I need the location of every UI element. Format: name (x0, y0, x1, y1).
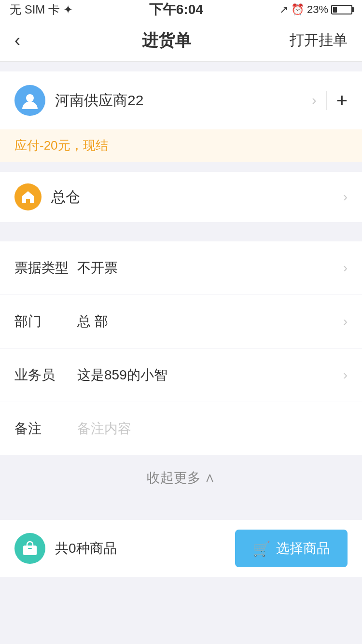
warehouse-card: 总仓 › (0, 171, 362, 222)
select-btn-label: 选择商品 (276, 539, 330, 558)
alarm-icon: ⏰ (291, 3, 304, 16)
nav-bar: ‹ 进货单 打开挂单 (0, 19, 362, 62)
page-rest (0, 577, 362, 644)
gap-1 (0, 162, 362, 171)
gap-3 (0, 501, 362, 510)
collapse-button[interactable]: 收起更多 ∧ (0, 455, 362, 501)
dept-chevron-icon: › (343, 314, 348, 329)
gap-2 (0, 222, 362, 232)
warehouse-name: 总仓 (51, 187, 343, 207)
dept-row[interactable]: 部门 总 部 › (0, 295, 362, 349)
supplier-name: 河南供应商22 (55, 91, 312, 111)
status-right: ↗ ⏰ 23% (279, 3, 352, 16)
warehouse-icon-wrap (14, 183, 42, 210)
open-pending-button[interactable]: 打开挂单 (290, 30, 348, 50)
status-time: 下午6:04 (149, 0, 203, 19)
supplier-card: 河南供应商22 › + 应付-20元，现结 (0, 71, 362, 162)
add-button[interactable]: + (336, 90, 348, 112)
select-product-button[interactable]: 🛒 选择商品 (235, 530, 348, 567)
signal-text: 无 SIM 卡 ✦ (10, 2, 73, 17)
dept-label: 部门 (14, 312, 77, 331)
supplier-chevron-icon: › (312, 93, 316, 108)
product-icon-wrap (14, 533, 45, 564)
battery-percent: 23% (307, 3, 328, 16)
supplier-row[interactable]: 河南供应商22 › + (0, 71, 362, 129)
location-icon: ↗ (279, 3, 288, 16)
cart-plus-icon: 🛒 (252, 540, 270, 557)
battery-icon (331, 5, 352, 14)
notice-banner: 应付-20元，现结 (0, 129, 362, 162)
warehouse-row[interactable]: 总仓 › (0, 171, 362, 222)
form-section: 票据类型 不开票 › 部门 总 部 › 业务员 这是859的小智 › 备注 备注… (0, 241, 362, 455)
status-left: 无 SIM 卡 ✦ (10, 2, 73, 17)
collapse-label: 收起更多 ∧ (147, 470, 216, 485)
sales-label: 业务员 (14, 366, 77, 384)
svg-point-0 (26, 94, 34, 102)
invoice-value: 不开票 (77, 259, 343, 277)
svg-rect-2 (28, 548, 32, 549)
remark-row[interactable]: 备注 备注内容 (0, 402, 362, 455)
svg-rect-1 (23, 546, 37, 555)
sales-row[interactable]: 业务员 这是859的小智 › (0, 349, 362, 402)
remark-input[interactable]: 备注内容 (77, 420, 348, 438)
warehouse-chevron-icon: › (343, 189, 348, 205)
notice-text: 应付-20元，现结 (14, 138, 108, 153)
invoice-label: 票据类型 (14, 259, 77, 277)
back-button[interactable]: ‹ (14, 30, 43, 51)
product-count: 共0种商品 (55, 539, 235, 558)
page-title: 进货单 (142, 29, 191, 52)
invoice-chevron-icon: › (343, 260, 348, 276)
status-bar: 无 SIM 卡 ✦ 下午6:04 ↗ ⏰ 23% (0, 0, 362, 19)
supplier-avatar (14, 85, 45, 116)
sales-value: 这是859的小智 (77, 366, 343, 384)
dept-value: 总 部 (77, 312, 343, 331)
sales-chevron-icon: › (343, 367, 348, 383)
top-gap (0, 62, 362, 71)
bottom-bar: 共0种商品 🛒 选择商品 (0, 520, 362, 577)
vertical-divider (326, 91, 327, 110)
remark-label: 备注 (14, 420, 77, 438)
invoice-row[interactable]: 票据类型 不开票 › (0, 241, 362, 295)
